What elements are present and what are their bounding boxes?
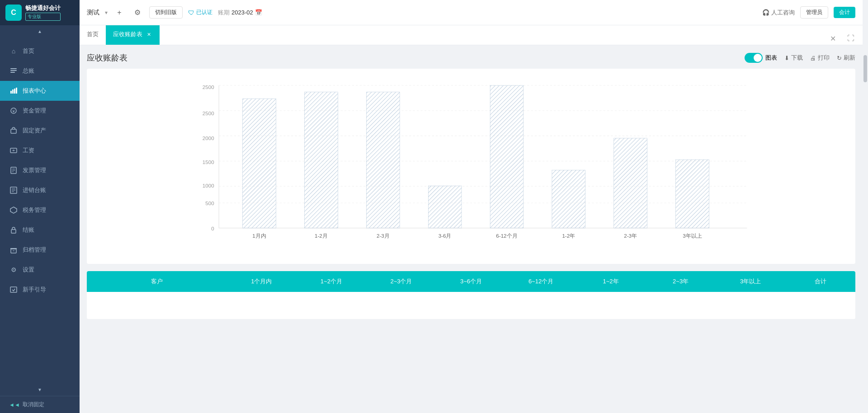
chart-toggle[interactable]	[745, 53, 763, 63]
svg-rect-0	[10, 68, 17, 69]
headset-icon: 🎧	[762, 9, 769, 16]
bar-4	[428, 186, 462, 228]
switch-version-button[interactable]: 切到旧版	[149, 6, 183, 19]
print-button[interactable]: 🖨 打印	[810, 54, 830, 62]
bar-7	[614, 138, 647, 228]
top-bar: 测试 ▾ + ⚙ 切到旧版 🛡 已认证 账期 2023-02 📅 🎧	[80, 0, 863, 25]
main-area: 测试 ▾ + ⚙ 切到旧版 🛡 已认证 账期 2023-02 📅 🎧	[80, 0, 863, 413]
tab-close-icon[interactable]: ✕	[826, 32, 839, 45]
sidebar-item-fund-label: 资金管理	[23, 107, 46, 115]
sidebar-item-home[interactable]: ⌂ 首页	[0, 41, 80, 61]
col-3-6m: 3~6个月	[436, 271, 506, 292]
svg-text:1-2年: 1-2年	[562, 233, 575, 239]
manager-badge[interactable]: 管理员	[800, 6, 828, 19]
gear-icon: ⚙	[134, 8, 141, 17]
sidebar-item-closing-label: 结账	[23, 226, 34, 234]
sidebar-item-archive-label: 归档管理	[23, 246, 46, 254]
certified-label: 已认证	[196, 9, 212, 16]
svg-rect-9	[11, 129, 16, 133]
invoice-icon	[9, 166, 18, 175]
svg-text:2000: 2000	[203, 136, 214, 141]
sidebar-logo: C 畅捷通好会计 专业版	[0, 0, 80, 25]
download-icon: ⬇	[784, 55, 789, 61]
sidebar-item-fund[interactable]: ¥ 资金管理	[0, 101, 80, 121]
salary-icon	[9, 146, 18, 155]
sidebar: C 畅捷通好会计 专业版 ▲ ⌂ 首页 总账	[0, 0, 80, 413]
assets-icon	[9, 126, 18, 135]
svg-rect-3	[10, 91, 12, 94]
svg-rect-5	[14, 89, 15, 94]
sidebar-item-settings[interactable]: ⚙ 设置	[0, 260, 80, 280]
download-button[interactable]: ⬇ 下载	[784, 54, 803, 62]
sidebar-item-report-label: 报表中心	[23, 87, 46, 95]
sidebar-item-closing[interactable]: 结账	[0, 220, 80, 240]
sidebar-item-report[interactable]: 报表中心	[0, 81, 80, 101]
bar-6	[552, 170, 585, 228]
sidebar-item-assets[interactable]: 固定资产	[0, 121, 80, 141]
print-icon: 🖨	[810, 55, 816, 61]
sidebar-footer: ◄◄ 取消固定	[0, 396, 80, 413]
sidebar-item-invoice[interactable]: 发票管理	[0, 160, 80, 180]
tab-bar: 首页 应收账龄表 ✕ ✕ ⛶	[80, 25, 863, 45]
sidebar-item-settings-label: 设置	[23, 266, 34, 274]
project-dropdown-button[interactable]: ▾	[105, 9, 108, 16]
sidebar-item-guide[interactable]: 新手引导	[0, 280, 80, 300]
svg-text:3年以上: 3年以上	[683, 233, 702, 239]
consult-label: 人工咨询	[771, 9, 795, 17]
scroll-down-arrow[interactable]: ▼	[38, 385, 42, 394]
refresh-button[interactable]: ↻ 刷新	[837, 54, 855, 62]
svg-rect-4	[12, 89, 14, 94]
app-name-container: 畅捷通好会计 专业版	[25, 5, 61, 21]
accountant-badge[interactable]: 会计	[834, 7, 855, 18]
unfix-button[interactable]: ◄◄ 取消固定	[9, 401, 71, 408]
svg-text:500: 500	[205, 201, 214, 206]
page-content: 应收账龄表 图表 ⬇ 下载	[80, 45, 863, 413]
sidebar-item-salary[interactable]: 工资	[0, 141, 80, 160]
svg-text:2-3年: 2-3年	[624, 233, 637, 239]
bar-chart: 0 500 1000 1500 2000 2500 2500	[98, 76, 844, 257]
period-label: 账期	[218, 9, 230, 17]
settings-icon: ⚙	[9, 265, 18, 274]
sidebar-item-purchase[interactable]: 进销台账	[0, 180, 80, 200]
svg-text:3-6月: 3-6月	[439, 233, 452, 239]
archive-icon	[9, 245, 18, 254]
sidebar-item-ledger[interactable]: 总账	[0, 61, 80, 81]
guide-icon	[9, 285, 18, 294]
svg-text:1-2月: 1-2月	[315, 233, 328, 239]
consult-button[interactable]: 🎧 人工咨询	[762, 9, 795, 17]
tab-aging[interactable]: 应收账龄表 ✕	[106, 25, 160, 45]
right-scrollbar[interactable]	[863, 0, 868, 413]
app-logo-icon: C	[5, 5, 22, 21]
period-info: 账期 2023-02 📅	[218, 9, 262, 17]
svg-text:2500: 2500	[203, 111, 214, 116]
svg-rect-1	[10, 70, 17, 71]
closing-icon	[9, 225, 18, 235]
svg-rect-2	[10, 72, 15, 73]
period-value: 2023-02	[231, 9, 253, 16]
col-1m: 1个月内	[226, 271, 297, 292]
top-bar-right: 🎧 人工咨询 管理员 会计	[762, 6, 855, 19]
tab-home[interactable]: 首页	[80, 25, 106, 45]
add-button[interactable]: +	[113, 6, 126, 19]
tab-expand-icon[interactable]: ⛶	[844, 32, 857, 45]
scroll-up-arrow[interactable]: ▲	[38, 27, 42, 36]
sidebar-nav: ⌂ 首页 总账 报表中心 ¥ 资金管理	[0, 38, 80, 384]
unfix-label: 取消固定	[23, 401, 44, 408]
toggle-thumb	[754, 54, 762, 62]
project-name: 测试	[87, 9, 99, 17]
tax-icon	[9, 206, 18, 215]
bar-2	[305, 92, 338, 228]
calendar-icon[interactable]: 📅	[255, 9, 262, 16]
sidebar-item-archive[interactable]: 归档管理	[0, 240, 80, 260]
sidebar-item-ledger-label: 总账	[23, 67, 34, 75]
sidebar-item-guide-label: 新手引导	[23, 286, 46, 294]
sidebar-item-tax[interactable]: 税务管理	[0, 200, 80, 220]
app-name: 畅捷通好会计	[25, 5, 61, 12]
tab-aging-close[interactable]: ✕	[145, 31, 152, 38]
chart-inner: 0 500 1000 1500 2000 2500 2500	[98, 76, 844, 257]
chart-container: 0 500 1000 1500 2000 2500 2500	[87, 69, 855, 264]
settings-button[interactable]: ⚙	[131, 6, 144, 19]
svg-rect-6	[16, 88, 17, 94]
svg-text:2-3月: 2-3月	[377, 233, 390, 239]
col-6-12m: 6~12个月	[506, 271, 576, 292]
